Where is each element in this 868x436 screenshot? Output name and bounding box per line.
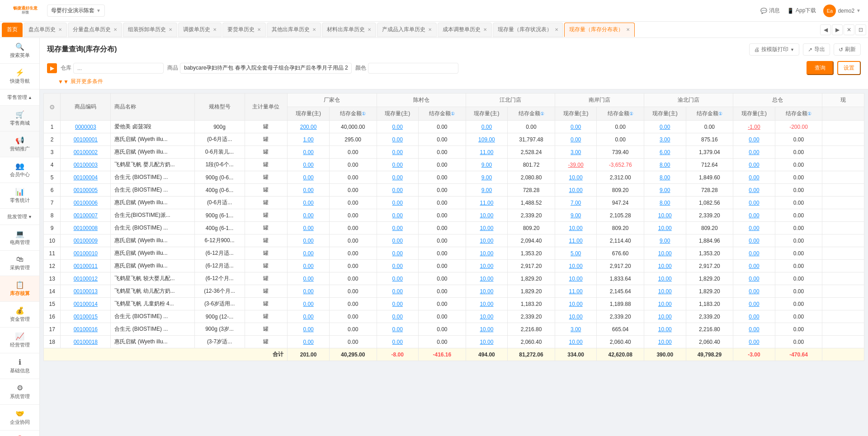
row-total-qty[interactable]: 0.00 [733,260,775,272]
sidebar-item-search[interactable]: 🔍 搜索英单 [0,38,39,64]
tab-close-icon[interactable]: ✕ [58,27,62,32]
row-jiangbei-qty[interactable]: 10.00 [466,323,507,336]
tab-other-out[interactable]: 其他出库单历史 ✕ [267,23,321,37]
row-nanan-qty[interactable]: -39.00 [555,159,596,171]
row-jiangbei-qty[interactable]: 10.00 [466,272,507,285]
row-nanan-qty[interactable]: 7.00 [555,197,596,209]
row-code[interactable]: 00100013 [61,285,111,298]
row-code[interactable]: 00100001 [61,133,111,146]
tab-product-in[interactable]: 产成品入库单历史 ✕ [377,23,437,37]
row-nanan-qty[interactable]: 11.00 [555,285,596,298]
tab-transfer[interactable]: 调拨单历史 ✕ [178,23,222,37]
goods-input[interactable] [180,63,352,74]
th-settings[interactable]: ⚙ [44,94,61,121]
row-jiangbei-qty[interactable]: 10.00 [466,209,507,222]
sidebar-item-marketing[interactable]: 📢 营销推广 [0,131,39,157]
row-total-qty[interactable]: 0.00 [733,310,775,323]
row-code[interactable]: 00100005 [61,184,111,197]
row-jiangbei-qty[interactable]: 109.00 [466,133,507,146]
row-jiangbei-qty[interactable]: 0.00 [466,121,507,133]
tab-close-icon[interactable]: ✕ [257,27,261,32]
row-nanan-qty[interactable]: 10.00 [555,336,596,348]
tab-close-icon[interactable]: ✕ [113,27,117,32]
jiangbei-info-icon[interactable]: ① [540,111,544,116]
column-settings-icon[interactable]: ⚙ [49,103,55,111]
row-fac-qty[interactable]: 0.00 [288,159,329,171]
tab-cost-adjust[interactable]: 成本调整单历史 ✕ [438,23,492,37]
row-fac-qty[interactable]: 0.00 [288,310,329,323]
sidebar-item-purchase[interactable]: 🛍 采购管理 [0,251,39,276]
row-nanan-qty[interactable]: 10.00 [555,184,596,197]
row-chen-qty[interactable]: 0.00 [377,146,418,159]
row-chen-qty[interactable]: 0.00 [377,310,418,323]
messages-btn[interactable]: 💬 消息 [760,7,780,14]
tab-close-icon[interactable]: ✕ [428,27,432,32]
app-download-btn[interactable]: 📱 App下载 [787,7,816,14]
row-chen-qty[interactable]: 0.00 [377,298,418,310]
tab-close-icon[interactable]: ✕ [169,27,172,32]
tab-close-all-btn[interactable]: ✕ [844,24,854,35]
row-fac-qty[interactable]: 0.00 [288,234,329,247]
export-btn[interactable]: ↗ 导出 [803,43,830,56]
total-info-icon[interactable]: ① [807,111,811,116]
tab-close-icon[interactable]: ✕ [555,27,558,32]
sidebar-item-ecommerce[interactable]: 💻 电商管理 [0,225,39,251]
sidebar-item-retail-mgmt[interactable]: 零售管理 ▲ [0,89,39,106]
tab-close-icon[interactable]: ✕ [368,27,371,32]
settings-btn[interactable]: 设置 [837,61,861,75]
row-yubei-qty[interactable]: 9.00 [644,234,686,247]
row-yubei-qty[interactable]: 10.00 [644,285,686,298]
row-total-qty[interactable]: 0.00 [733,209,775,222]
row-fac-qty[interactable]: 0.00 [288,323,329,336]
row-yubei-qty[interactable]: 8.00 [644,159,686,171]
row-chen-qty[interactable]: 0.00 [377,184,418,197]
row-yubei-qty[interactable]: 10.00 [644,260,686,272]
tab-expand-btn[interactable]: ⊡ [855,24,866,35]
row-code[interactable]: 00100002 [61,146,111,159]
row-jiangbei-qty[interactable]: 10.00 [466,336,507,348]
row-yubei-qty[interactable]: 10.00 [644,222,686,234]
row-total-qty[interactable]: 0.00 [733,272,775,285]
row-fac-qty[interactable]: 0.00 [288,336,329,348]
row-total-qty[interactable]: 0.00 [733,234,775,247]
row-chen-qty[interactable]: 0.00 [377,260,418,272]
row-chen-qty[interactable]: 0.00 [377,209,418,222]
row-code[interactable]: 00100008 [61,222,111,234]
sidebar-item-operations[interactable]: 📈 经营管理 [0,328,39,353]
row-total-qty[interactable]: 0.00 [733,323,775,336]
tab-prev-btn[interactable]: ◀ [820,24,831,35]
row-code[interactable]: 00100007 [61,209,111,222]
row-fac-qty[interactable]: 1.00 [288,133,329,146]
row-nanan-qty[interactable]: 10.00 [555,171,596,184]
row-yubei-qty[interactable]: 10.00 [644,323,686,336]
row-total-qty[interactable]: 0.00 [733,146,775,159]
row-chen-qty[interactable]: 0.00 [377,133,418,146]
tab-stock-dist[interactable]: 现存量（库存分布表） ✕ [564,23,635,37]
row-total-qty[interactable]: 0.00 [733,159,775,171]
row-code[interactable]: 00100012 [61,272,111,285]
row-yubei-qty[interactable]: 10.00 [644,272,686,285]
row-jiangbei-qty[interactable]: 10.00 [466,298,507,310]
row-jiangbei-qty[interactable]: 10.00 [466,260,507,272]
row-nanan-qty[interactable]: 10.00 [555,222,596,234]
row-nanan-qty[interactable]: 0.00 [555,121,596,133]
sidebar-item-guide[interactable]: 🎯 新手引导 [0,431,39,436]
sidebar-item-finance[interactable]: 💰 资金管理 [0,302,39,328]
row-nanan-qty[interactable]: 11.00 [555,234,596,247]
row-code[interactable]: 00100006 [61,197,111,209]
row-code[interactable]: 00100009 [61,234,111,247]
sidebar-item-system[interactable]: ⚙ 系统管理 [0,379,39,405]
tab-home[interactable]: 首页 [2,23,23,37]
row-yubei-qty[interactable]: 10.00 [644,298,686,310]
row-total-qty[interactable]: 0.00 [733,298,775,310]
sidebar-item-retail-stats[interactable]: 📊 零售统计 [0,183,39,209]
row-code[interactable]: 00100003 [61,159,111,171]
row-yubei-qty[interactable]: 3.00 [644,133,686,146]
tab-next-btn[interactable]: ▶ [832,24,843,35]
row-jiangbei-qty[interactable]: 10.00 [466,234,507,247]
tab-inventory-check[interactable]: 盘点单历史 ✕ [24,23,67,37]
row-chen-qty[interactable]: 0.00 [377,121,418,133]
row-fac-qty[interactable]: 0.00 [288,197,329,209]
row-yubei-qty[interactable]: 0.00 [644,121,686,133]
row-chen-qty[interactable]: 0.00 [377,234,418,247]
